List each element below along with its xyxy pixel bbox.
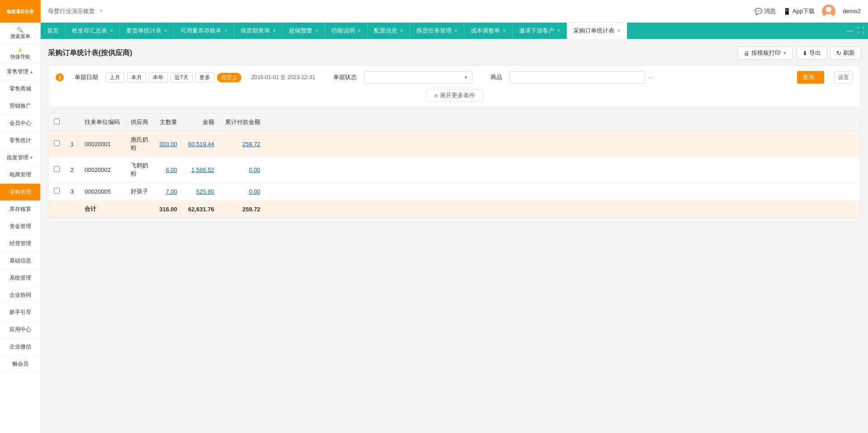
message-btn[interactable]: 💬 消息	[755, 7, 776, 15]
sidebar-item-purchase[interactable]: 采购管理	[0, 184, 40, 201]
this-year-btn[interactable]: 本年	[149, 72, 168, 83]
row-1-paid[interactable]: 259.72	[220, 131, 266, 157]
row-3-paid[interactable]: 0.00	[220, 183, 266, 200]
sidebar-item-newguide[interactable]: 新手引导	[0, 304, 40, 321]
query-button[interactable]: 查询	[797, 71, 824, 84]
sidebar-item-quicknav[interactable]: ⚡ 快捷导航	[0, 44, 40, 63]
sidebar-item-enterprise[interactable]: 企业协同	[0, 287, 40, 304]
app-download-btn[interactable]: 📱 App下载	[783, 7, 815, 15]
this-month-btn[interactable]: 本月	[127, 72, 146, 83]
goods-input[interactable]	[509, 71, 645, 84]
goods-more-icon[interactable]: ···	[648, 74, 653, 81]
sidebar-item-basicinfo[interactable]: 基础信息	[0, 252, 40, 270]
row-2-checkbox[interactable]	[54, 166, 60, 172]
row-1-checkbox[interactable]	[54, 140, 60, 146]
tab-peizhi[interactable]: 配置信息 ×	[368, 23, 410, 39]
tab-baozhi[interactable]: 保质期查询 ×	[234, 23, 283, 39]
sidebar-item-inventory[interactable]: 库存核算	[0, 201, 40, 218]
sidebar-item-vip[interactable]: 畅会员	[0, 356, 40, 373]
row-3-amount[interactable]: 525.80	[183, 183, 220, 200]
refresh-button[interactable]: ↻ 刷新	[830, 46, 861, 60]
row-1-amount[interactable]: 60,519.44	[183, 131, 220, 157]
sidebar-item-member[interactable]: 会员中心	[0, 115, 40, 132]
tab-close-icon[interactable]: ×	[503, 28, 506, 34]
tab-maximize-icon[interactable]: ⛶	[857, 27, 864, 35]
tab-minimize-icon[interactable]: —	[846, 27, 854, 35]
last-month-btn[interactable]: 上月	[105, 72, 124, 83]
tab-yaoqing[interactable]: 邀请下游客户 ×	[513, 23, 567, 39]
sidebar-item-retail[interactable]: 零售管理 ▲	[0, 63, 40, 81]
export-button[interactable]: ⬇ 导出	[797, 46, 827, 60]
sidebar-item-wechat[interactable]: 企业微信	[0, 338, 40, 356]
sidebar-item-retailstat[interactable]: 零售统计	[0, 132, 40, 149]
refresh-label: 刷新	[843, 49, 855, 57]
tab-close-icon[interactable]: ×	[224, 28, 227, 34]
tab-close-icon[interactable]: ×	[557, 28, 560, 34]
page-title: 采购订单统计表(按供应商)	[48, 48, 132, 58]
more-date-btn[interactable]: 更多	[195, 72, 214, 83]
filter-toggle[interactable]: ❯	[56, 73, 64, 81]
table-header-row: 往来单位编码 供应商 主数量 金额 累计付款金额	[48, 114, 860, 131]
app-icon: 📱	[783, 8, 791, 15]
username-label[interactable]: demo2	[843, 8, 861, 14]
tab-home[interactable]: 首页	[41, 23, 66, 39]
last-7days-btn[interactable]: 近7天	[170, 72, 193, 83]
expand-conditions-button[interactable]: ⊕ 展开更多条件	[426, 89, 483, 102]
sidebar-item-retailshop[interactable]: 零售商城	[0, 81, 40, 98]
system-label: 系统管理	[9, 275, 31, 281]
main-area: 母婴行业演示账套 ▼ 💬 消息 📱 App下载 demo2	[41, 0, 868, 433]
row-1-quantity[interactable]: 303.00	[154, 131, 183, 157]
custom-date-tag[interactable]: 自定义	[217, 73, 241, 82]
tab-yaohuodantongji[interactable]: 要货单统计表 ×	[120, 23, 174, 39]
tab-peihuorenwu[interactable]: 拣货任务管理 ×	[410, 23, 464, 39]
tab-close-icon[interactable]: ×	[454, 28, 458, 34]
tab-close-icon[interactable]: ×	[273, 28, 276, 34]
select-all-checkbox[interactable]	[54, 119, 60, 124]
table-footer-row: 合计 316.00 62,631.76 259.72	[48, 200, 860, 218]
tab-shoufachuhui[interactable]: 收发存汇总表 ×	[66, 23, 120, 39]
row-1-code: 00020001	[79, 131, 125, 157]
tab-keyongliang[interactable]: 可用量库存账本 ×	[174, 23, 234, 39]
row-2-paid[interactable]: 0.00	[220, 157, 266, 183]
tab-caigoutongji[interactable]: 采购订单统计表 ×	[567, 23, 627, 39]
row-2-amount[interactable]: 1,586.52	[183, 157, 220, 183]
tab-yaohuodantongji-label: 要货单统计表	[126, 27, 161, 35]
tab-chaochuyujing[interactable]: 超储预警 ×	[283, 23, 325, 39]
print-button[interactable]: 🖨 按模板打印 ▼	[738, 46, 793, 60]
tab-close-icon[interactable]: ×	[358, 28, 361, 34]
row-2-index: 2	[65, 157, 79, 183]
tab-gongneng-label: 功能说明	[331, 27, 355, 35]
sidebar-item-system[interactable]: 系统管理	[0, 270, 40, 287]
purchase-label: 采购管理	[9, 189, 31, 195]
sidebar-item-operations[interactable]: 经营管理	[0, 235, 40, 252]
tab-close-icon[interactable]: ×	[164, 28, 167, 34]
tab-close-icon[interactable]: ×	[110, 28, 113, 34]
row-3-checkbox[interactable]	[54, 188, 60, 194]
tab-active-close-icon[interactable]: ×	[617, 28, 620, 34]
settings-button[interactable]: 设置	[834, 71, 853, 84]
status-select-arrow-icon: ▼	[463, 75, 468, 80]
filter-collapse-icon[interactable]: ❯	[56, 73, 64, 81]
tab-gongneng[interactable]: 功能说明 ×	[325, 23, 368, 39]
sidebar-item-marketing[interactable]: 营销推广	[0, 98, 40, 115]
status-select[interactable]: ▼	[364, 71, 472, 84]
row-2-quantity[interactable]: 6.00	[154, 157, 183, 183]
sidebar-item-wholesale[interactable]: 批发管理 ▼	[0, 149, 40, 167]
tab-close-icon[interactable]: ×	[315, 28, 318, 34]
tab-chengbentiaoji[interactable]: 成本调整单 ×	[464, 23, 513, 39]
table-row: 2 00020002 飞鹤奶粉 6.00 1,586.52 0.00	[48, 157, 860, 183]
goods-filter-label: 商品	[491, 73, 502, 81]
page-header: 采购订单统计表(按供应商) 🖨 按模板打印 ▼ ⬇ 导出 ↻ 刷新	[48, 46, 861, 60]
sidebar-item-ecommerce[interactable]: 电商管理	[0, 167, 40, 184]
sidebar-item-search[interactable]: 🔍 搜索菜单	[0, 23, 40, 44]
footer-label: 合计	[79, 200, 154, 218]
tabbar: 首页 收发存汇总表 × 要货单统计表 × 可用量库存账本 × 保质期查询 × 超…	[41, 23, 868, 39]
logo-text: 畅捷通好生意	[7, 9, 34, 14]
goods-filter-wrapper: ···	[509, 71, 783, 84]
sidebar-item-finance[interactable]: 资金管理	[0, 218, 40, 235]
row-3-quantity[interactable]: 7.00	[154, 183, 183, 200]
tab-close-icon[interactable]: ×	[400, 28, 403, 34]
refresh-icon: ↻	[836, 50, 841, 57]
sidebar-item-appcenter[interactable]: 应用中心	[0, 321, 40, 338]
print-label: 按模板打印	[751, 49, 781, 57]
